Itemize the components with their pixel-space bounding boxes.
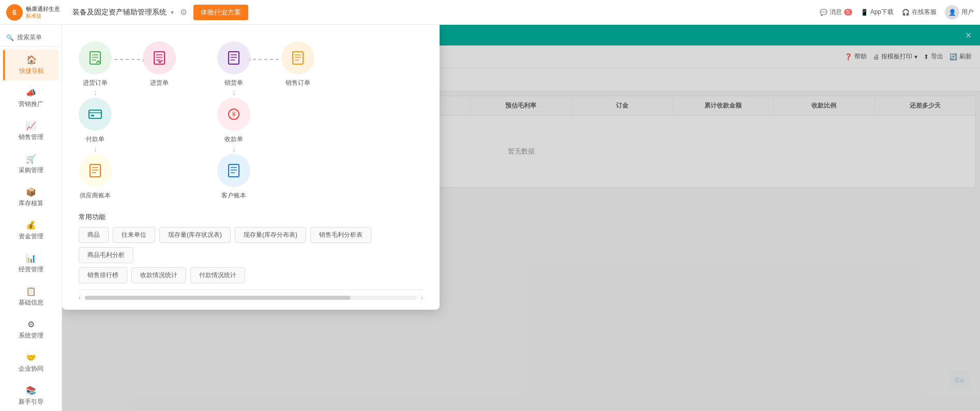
- svg-rect-15: [229, 52, 239, 64]
- purchase-order-label: 进货订单: [83, 79, 108, 87]
- avatar: 👤: [945, 5, 959, 20]
- arrow-down-1: ↓: [93, 88, 97, 97]
- arrow-down-4: ↓: [232, 145, 236, 153]
- receipt-label: 收款单: [224, 135, 243, 144]
- enterprise-icon: 🤝: [26, 353, 36, 362]
- online-service-button[interactable]: 🎧 在线客服: [902, 8, 937, 17]
- sidebar-item-quick-nav[interactable]: 🏠 快捷导航: [3, 50, 58, 81]
- top-header: 6 畅康通好生意 标准版 装备及固定资产辅助管理系统 ▾ ⚙ 体验行业方案 💬 …: [0, 0, 980, 25]
- sidebar-item-basic-info[interactable]: 📋 基础信息: [3, 281, 58, 312]
- purchase-order-circle: [79, 41, 112, 74]
- supplier-account-circle: [79, 154, 112, 187]
- sidebar-item-sales[interactable]: 📈 销售管理: [3, 116, 58, 147]
- purchase-receipt-circle: [143, 41, 176, 74]
- scroll-left-icon[interactable]: ‹: [79, 294, 81, 301]
- common-functions-title: 常用功能: [79, 212, 423, 222]
- sidebar-item-system[interactable]: ⚙ 系统管理: [3, 314, 58, 345]
- customer-account-circle: [217, 154, 250, 187]
- cf-btn-payment-stats[interactable]: 付款情况统计: [190, 267, 245, 283]
- sales-order-circle: [281, 41, 314, 74]
- message-badge: 5: [844, 9, 852, 16]
- cf-btn-sales-profit[interactable]: 销售毛利分析表: [310, 227, 371, 243]
- cf-btn-partner[interactable]: 往来单位: [113, 227, 155, 243]
- payment-label: 付款单: [86, 135, 104, 144]
- message-icon: 💬: [820, 9, 827, 16]
- cf-btn-sales-rank[interactable]: 销售排行榜: [79, 267, 127, 283]
- quick-nav-modal: 进货订单 ↓ 付款单 ↓: [62, 25, 440, 310]
- gear-icon[interactable]: ⚙: [178, 5, 189, 19]
- sidebar-item-inventory[interactable]: 📦 库存核算: [3, 182, 58, 213]
- payment-circle: [79, 98, 112, 131]
- sales-receipt-node[interactable]: 销货单: [217, 41, 250, 87]
- svg-text:¥: ¥: [232, 111, 236, 118]
- cf-btn-stock-dist[interactable]: 现存量(库存分布表): [235, 227, 306, 243]
- scroll-track[interactable]: [85, 296, 417, 300]
- sidebar-item-enterprise[interactable]: 🤝 企业协同: [3, 347, 58, 378]
- svg-rect-25: [293, 52, 303, 64]
- logo-icon: 6: [6, 4, 23, 21]
- cf-btn-product-profit[interactable]: 商品毛利分析: [79, 247, 133, 263]
- svg-rect-4: [89, 110, 101, 118]
- operations-icon: 📊: [26, 253, 36, 263]
- logo-area: 6 畅康通好生意 标准版: [6, 4, 68, 21]
- arrow-down-3: ↓: [232, 88, 236, 97]
- finance-icon: 💰: [26, 220, 36, 230]
- customer-account-node[interactable]: 客户账本: [217, 154, 250, 200]
- sales-order-label: 销售订单: [285, 79, 310, 87]
- cf-btn-product[interactable]: 商品: [79, 227, 109, 243]
- sidebar-item-purchase[interactable]: 🛒 采购管理: [3, 149, 58, 180]
- message-button[interactable]: 💬 消息 5: [820, 8, 852, 17]
- supplier-account-label: 供应商账本: [80, 191, 111, 200]
- sidebar-item-marketing[interactable]: 📣 营销推广: [3, 83, 58, 114]
- modal-scrollbar: ‹ ›: [79, 290, 423, 301]
- receipt-circle: ¥: [217, 98, 250, 131]
- cf-buttons-row1: 商品 往来单位 现存量(库存状况表) 现存量(库存分布表) 销售毛利分析表 商品…: [79, 227, 423, 263]
- main-layout: 🔍 搜索菜单 🏠 快捷导航 📣 营销推广 📈 销售管理 🛒 采购管理 📦 库存核…: [0, 25, 980, 411]
- service-icon: 🎧: [902, 9, 910, 16]
- svg-rect-7: [90, 164, 100, 177]
- cf-btn-stock-status[interactable]: 现存量(库存状况表): [159, 227, 231, 243]
- content-area: 首页 销售订单执行表 ✕ ✕ ❓ 帮助 🖨 按模板打印 ▾ ⬆ 导出: [62, 25, 980, 411]
- payment-node[interactable]: 付款单: [79, 98, 112, 144]
- scroll-right-icon[interactable]: ›: [421, 294, 423, 301]
- purchase-receipt-label: 进货单: [150, 79, 169, 87]
- basic-info-icon: 📋: [26, 286, 36, 296]
- header-right: 💬 消息 5 📱 App下载 🎧 在线客服 👤 用户: [820, 5, 974, 20]
- marketing-icon: 📣: [26, 88, 36, 98]
- purchase-receipt-node[interactable]: 进货单: [143, 41, 176, 87]
- sidebar-item-finance[interactable]: 💰 资金管理: [3, 215, 58, 246]
- arrow-down-2: ↓: [93, 145, 97, 153]
- purchase-order-node[interactable]: 进货订单: [79, 41, 112, 87]
- app-download-button[interactable]: 📱 App下载: [861, 8, 894, 17]
- trial-button[interactable]: 体验行业方案: [193, 5, 248, 20]
- cf-buttons-row2: 销售排行榜 收款情况统计 付款情况统计: [79, 267, 423, 283]
- inventory-icon: 📦: [26, 187, 36, 197]
- svg-rect-21: [229, 164, 239, 177]
- receipt-node[interactable]: ¥ 收款单: [217, 98, 250, 144]
- guide-icon: 📚: [26, 386, 36, 395]
- sales-receipt-circle: [217, 41, 250, 74]
- system-name-label: 装备及固定资产辅助管理系统: [72, 8, 167, 17]
- sales-order-node[interactable]: 销售订单: [281, 41, 314, 87]
- customer-account-label: 客户账本: [221, 191, 246, 200]
- system-dropdown-icon[interactable]: ▾: [171, 9, 174, 16]
- scroll-thumb: [85, 296, 351, 300]
- svg-rect-6: [91, 115, 94, 116]
- user-button[interactable]: 👤 用户: [945, 5, 974, 20]
- system-title: 装备及固定资产辅助管理系统 ▾ ⚙ 体验行业方案: [68, 5, 820, 20]
- modal-overlay: 进货订单 ↓ 付款单 ↓: [62, 25, 980, 411]
- sales-receipt-label: 销货单: [224, 79, 243, 87]
- sidebar-item-operations[interactable]: 📊 经营管理: [3, 248, 58, 279]
- sales-icon: 📈: [26, 121, 36, 131]
- search-icon: 🔍: [6, 34, 14, 41]
- purchase-icon: 🛒: [26, 154, 36, 164]
- sidebar-item-guide[interactable]: 📚 新手引导: [3, 380, 58, 411]
- app-icon: 📱: [861, 9, 868, 16]
- cf-btn-receipt-stats[interactable]: 收款情况统计: [131, 267, 186, 283]
- common-functions: 常用功能 商品 往来单位 现存量(库存状况表) 现存量(库存分布表) 销售毛利分…: [79, 212, 423, 283]
- logo-text: 畅康通好生意 标准版: [26, 5, 60, 19]
- system-icon: ⚙: [27, 319, 35, 329]
- home-icon: 🏠: [26, 55, 37, 65]
- search-menu-button[interactable]: 🔍 搜索菜单: [0, 29, 62, 47]
- supplier-account-node[interactable]: 供应商账本: [79, 154, 112, 200]
